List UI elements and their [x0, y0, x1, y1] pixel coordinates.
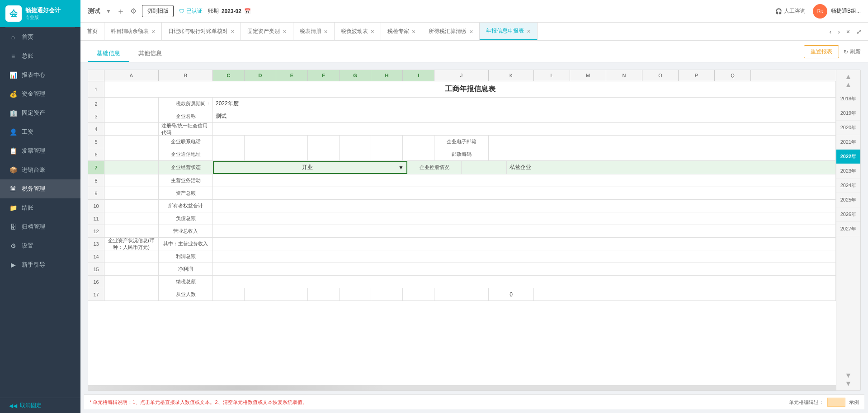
cell-6-b[interactable]: 企业通信地址: [159, 148, 213, 160]
cell-7-j[interactable]: 企业控股情况: [407, 161, 462, 174]
old-version-button[interactable]: 切到旧版: [142, 5, 174, 17]
tab-prev-icon[interactable]: ‹: [826, 26, 834, 37]
cell-12-c[interactable]: [213, 225, 836, 237]
tab-home[interactable]: 首页: [80, 23, 104, 40]
cell-9-c[interactable]: [213, 187, 836, 199]
cell-7-k[interactable]: [462, 161, 507, 174]
cell-6-f[interactable]: [308, 148, 340, 160]
cell-10-a[interactable]: [104, 200, 159, 212]
cell-7-a[interactable]: [104, 161, 159, 174]
cell-6-i[interactable]: [403, 148, 434, 160]
cell-10-b[interactable]: 所有者权益合计: [159, 200, 213, 212]
calendar-icon[interactable]: 📅: [244, 8, 251, 14]
cell-3-a[interactable]: [104, 110, 159, 122]
cell-6-d[interactable]: [245, 148, 276, 160]
cell-6-h[interactable]: [371, 148, 403, 160]
year-item-2018[interactable]: 2018年: [836, 92, 860, 106]
cell-17-k[interactable]: 0: [489, 288, 534, 300]
cell-5-d[interactable]: [245, 136, 276, 148]
cell-3-b[interactable]: 企业名称: [159, 110, 213, 122]
tab-yearreport[interactable]: 年报信息申报表 ×: [480, 23, 537, 40]
cell-8-c[interactable]: [213, 174, 836, 187]
cell-17-i[interactable]: [403, 288, 434, 300]
cell-14-c[interactable]: [213, 250, 836, 263]
tab-taxwave-close-icon[interactable]: ×: [371, 28, 374, 35]
sidebar-item-settings[interactable]: ⚙ 设置: [0, 236, 80, 255]
cell-5-i[interactable]: [403, 136, 434, 148]
refresh-button[interactable]: ↻ 刷新: [844, 48, 861, 56]
cell-7-c[interactable]: 开业 ▼: [213, 161, 407, 174]
cell-5-g[interactable]: [340, 136, 371, 148]
cell-17-d[interactable]: [245, 288, 276, 300]
cell-17-c[interactable]: [213, 288, 245, 300]
collapse-button[interactable]: ◀◀ 取消固定: [0, 398, 80, 413]
sidebar-item-fixed[interactable]: 🏢 固定资产: [0, 103, 80, 122]
topbar-dropdown-icon[interactable]: ▼: [106, 8, 111, 14]
sidebar-item-report[interactable]: 📊 报表中心: [0, 66, 80, 84]
year-item-2023[interactable]: 2023年: [836, 164, 860, 178]
sub-tab-basic[interactable]: 基础信息: [88, 46, 129, 62]
cell-9-b[interactable]: 资产总额: [159, 187, 213, 199]
topbar-settings-icon[interactable]: ⚙: [130, 7, 137, 15]
tab-journal[interactable]: 日记账与银行对账单核对 ×: [162, 23, 241, 40]
cell-14-b[interactable]: 利润总额: [159, 250, 213, 263]
sub-tab-other[interactable]: 其他信息: [129, 46, 171, 62]
cell-17-f[interactable]: [308, 288, 340, 300]
cell-5-e[interactable]: [276, 136, 308, 148]
cell-2-a[interactable]: [104, 98, 159, 110]
cell-13-c[interactable]: [213, 238, 836, 250]
cell-6-a[interactable]: [104, 148, 159, 160]
tab-taxform-close-icon[interactable]: ×: [324, 28, 328, 35]
tab-fixed-close-icon[interactable]: ×: [283, 28, 286, 35]
tab-taxincome[interactable]: 所得税汇算清缴 ×: [422, 23, 480, 40]
year-item-2025[interactable]: 2025年: [836, 193, 860, 207]
year-item-2026[interactable]: 2026年: [836, 207, 860, 222]
cell-17-b[interactable]: 从业人数: [159, 288, 213, 300]
cell-4-b[interactable]: 注册号/统一社会信用代码: [159, 123, 213, 135]
tab-journal-close-icon[interactable]: ×: [231, 28, 234, 35]
year-item-2024[interactable]: 2024年: [836, 178, 860, 193]
tab-taxcheck[interactable]: 税检专家 ×: [381, 23, 422, 40]
cell-17-rest[interactable]: [534, 288, 836, 300]
cell-17-e[interactable]: [276, 288, 308, 300]
cell-10-c[interactable]: [213, 200, 836, 212]
cell-13-b[interactable]: 其中：主营业务收入: [159, 238, 213, 250]
year-item-2022[interactable]: 2022年: [836, 150, 860, 164]
sidebar-item-salary[interactable]: 👤 工资: [0, 122, 80, 141]
sidebar-item-home[interactable]: ⌂ 首页: [0, 28, 80, 47]
cell-15-b[interactable]: 净利润: [159, 263, 213, 275]
topbar-add-icon[interactable]: ＋: [117, 6, 125, 17]
cell-15-a[interactable]: [104, 263, 159, 275]
tab-aux[interactable]: 科目辅助余额表 ×: [104, 23, 162, 40]
tab-taxwave[interactable]: 税负波动表 ×: [335, 23, 381, 40]
cell-5-j[interactable]: 企业电子邮箱: [434, 136, 489, 148]
tab-fixed[interactable]: 固定资产类别 ×: [241, 23, 293, 40]
tab-close-all-icon[interactable]: ×: [844, 26, 853, 37]
cell-6-g[interactable]: [340, 148, 371, 160]
tab-taxform[interactable]: 税表清册 ×: [293, 23, 335, 40]
cell-17-h[interactable]: [371, 288, 403, 300]
sidebar-item-capital[interactable]: 💰 资金管理: [0, 84, 80, 103]
year-item-2019[interactable]: 2019年: [836, 106, 860, 121]
cell-5-a[interactable]: [104, 136, 159, 148]
cell-17-a[interactable]: [104, 288, 159, 300]
consult-button[interactable]: 🎧 人工咨询: [775, 7, 806, 15]
sidebar-item-archive[interactable]: 🗄 归档管理: [0, 217, 80, 236]
cell-13-a[interactable]: [104, 238, 159, 250]
cell-17-g[interactable]: [340, 288, 371, 300]
tab-taxcheck-close-icon[interactable]: ×: [412, 28, 415, 35]
year-scroll-down2-icon[interactable]: ▼: [844, 379, 853, 389]
cell-14-a[interactable]: [104, 250, 159, 263]
tab-aux-close-icon[interactable]: ×: [151, 28, 155, 35]
cell-1-title[interactable]: 工商年报信息表: [104, 81, 836, 97]
cell-6-j[interactable]: 邮政编码: [434, 148, 489, 160]
cell-12-b[interactable]: 营业总收入: [159, 225, 213, 237]
sidebar-item-invoice[interactable]: 📋 发票管理: [0, 141, 80, 160]
cell-11-c[interactable]: [213, 212, 836, 225]
cell-7-l[interactable]: 私营企业: [507, 161, 836, 174]
cell-17-j[interactable]: [434, 288, 489, 300]
cell-15-c[interactable]: [213, 263, 836, 275]
tab-taxincome-close-icon[interactable]: ×: [469, 28, 473, 35]
tab-expand-icon[interactable]: ⤢: [854, 26, 864, 37]
year-item-2021[interactable]: 2021年: [836, 135, 860, 150]
